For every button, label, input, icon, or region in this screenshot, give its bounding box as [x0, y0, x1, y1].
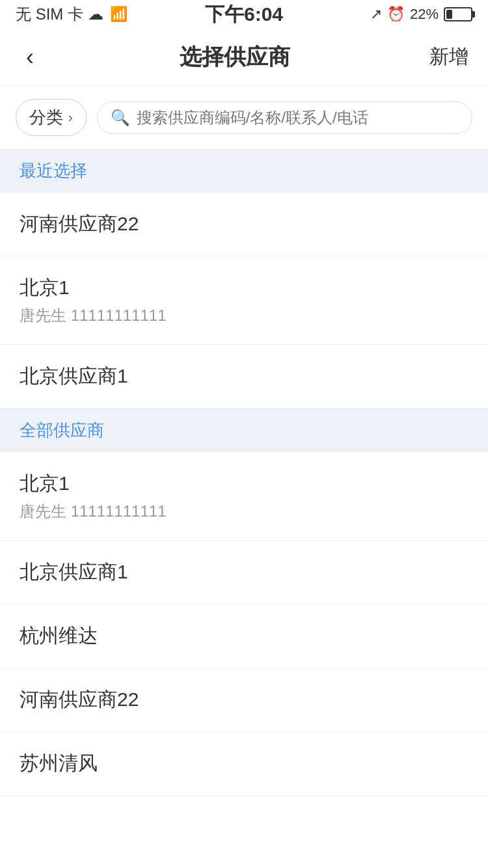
item-sub: 唐先生 11111111111	[20, 305, 468, 326]
recent-section-label: 最近选择	[20, 161, 87, 180]
status-time: 下午6:04	[205, 1, 283, 28]
wifi-icon: 📶	[110, 6, 128, 23]
list-item[interactable]: 北京1唐先生 11111111111	[0, 452, 488, 541]
item-name: 杭州维达	[20, 623, 468, 649]
status-right: ↗ ⏰ 22%	[370, 6, 472, 23]
list-item[interactable]: 北京供应商1	[0, 541, 488, 604]
category-button[interactable]: 分类 ›	[16, 99, 87, 136]
search-box[interactable]: 🔍	[97, 102, 472, 134]
status-bar: 无 SIM 卡 ☁ 📶 下午6:04 ↗ ⏰ 22%	[0, 0, 488, 29]
item-name: 北京供应商1	[20, 559, 468, 586]
search-input[interactable]	[137, 109, 459, 127]
page-title: 选择供应商	[180, 42, 290, 72]
all-items-list: 北京1唐先生 11111111111北京供应商1杭州维达河南供应商22苏州清风	[0, 452, 488, 796]
list-item[interactable]: 河南供应商22	[0, 668, 488, 732]
recent-items-list: 河南供应商22北京1唐先生 11111111111北京供应商1	[0, 193, 488, 409]
recent-section-header: 最近选择	[0, 149, 488, 193]
alarm-icon: ⏰	[387, 6, 405, 23]
list-item[interactable]: 苏州清风	[0, 732, 488, 796]
chevron-right-icon: ›	[68, 110, 73, 125]
back-button[interactable]: ‹	[20, 37, 40, 77]
add-button[interactable]: 新增	[429, 44, 468, 70]
nav-bar: ‹ 选择供应商 新增	[0, 29, 488, 86]
item-name: 苏州清风	[20, 750, 468, 777]
battery-text: 22%	[410, 6, 439, 23]
location-icon: ↗	[370, 6, 382, 23]
status-left: 无 SIM 卡 ☁ 📶	[16, 4, 128, 25]
battery-icon	[444, 7, 472, 21]
all-section-header: 全部供应商	[0, 409, 488, 452]
no-sim-text: 无 SIM 卡 ☁	[16, 4, 103, 25]
item-name: 北京1	[20, 275, 468, 301]
item-name: 河南供应商22	[20, 211, 468, 237]
search-icon: 🔍	[111, 109, 130, 127]
item-name: 北京供应商1	[20, 363, 468, 390]
item-name: 北京1	[20, 470, 468, 497]
list-item[interactable]: 北京1唐先生 11111111111	[0, 256, 488, 345]
category-label: 分类	[29, 106, 63, 129]
list-item[interactable]: 北京供应商1	[0, 345, 488, 409]
filter-bar: 分类 › 🔍	[0, 86, 488, 149]
all-section-label: 全部供应商	[20, 420, 104, 440]
list-item[interactable]: 杭州维达	[0, 604, 488, 668]
item-name: 河南供应商22	[20, 686, 468, 713]
item-sub: 唐先生 11111111111	[20, 501, 468, 522]
list-item[interactable]: 河南供应商22	[0, 193, 488, 256]
